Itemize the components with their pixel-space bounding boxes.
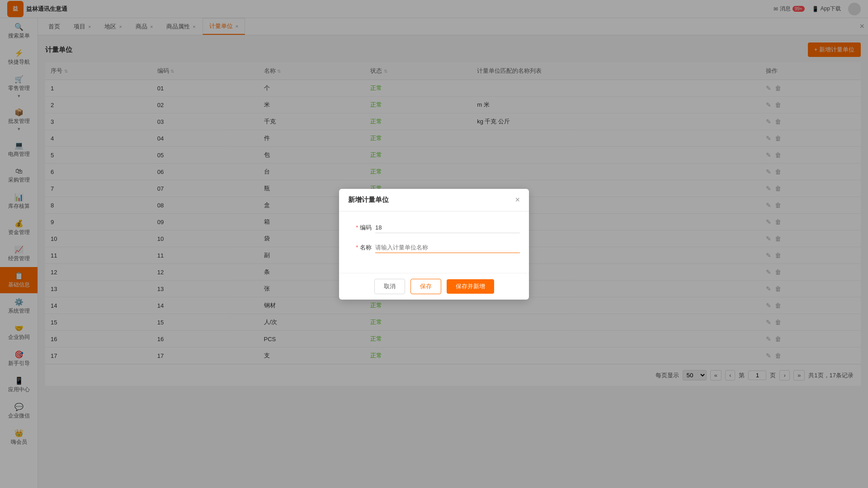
modal-footer: 取消 保存 保存并新增: [339, 273, 529, 300]
save-button[interactable]: 保存: [410, 279, 441, 294]
save-new-button[interactable]: 保存并新增: [447, 279, 494, 294]
required-mark-name: *: [356, 244, 358, 251]
name-input[interactable]: [375, 242, 520, 253]
form-row-name: * 名称: [348, 242, 520, 253]
modal-body: * 编码 * 名称: [339, 211, 529, 273]
code-input[interactable]: [375, 222, 520, 233]
code-label: * 编码: [348, 224, 375, 232]
modal-title: 新增计量单位: [348, 196, 389, 204]
form-row-code: * 编码: [348, 222, 520, 233]
modal-header: 新增计量单位 ×: [339, 189, 529, 211]
cancel-button[interactable]: 取消: [374, 279, 405, 294]
modal-close-button[interactable]: ×: [515, 195, 520, 205]
modal-overlay[interactable]: 新增计量单位 × * 编码 * 名称 取消 保存 保存并新增: [0, 0, 868, 488]
name-label: * 名称: [348, 244, 375, 252]
add-unit-modal: 新增计量单位 × * 编码 * 名称 取消 保存 保存并新增: [339, 189, 529, 300]
required-mark: *: [356, 224, 358, 231]
